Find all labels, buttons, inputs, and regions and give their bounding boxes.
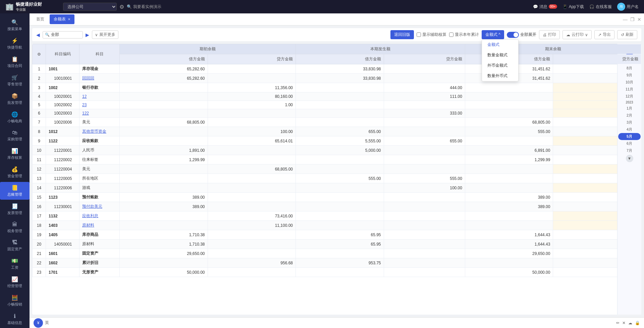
- period-5-active[interactable]: 5月: [618, 133, 641, 140]
- sidebar-item-project[interactable]: 📋 项目合同: [0, 53, 30, 71]
- cell-subject[interactable]: 原材料: [79, 221, 120, 230]
- sidebar-item-ecommerce[interactable]: 🌐 小畅电商: [0, 109, 30, 126]
- edit-icon[interactable]: ✏: [616, 321, 620, 325]
- dropdown-item-qty-amount[interactable]: 数量金额式: [482, 50, 518, 60]
- messages-btn[interactable]: 💬 消息 99+: [533, 4, 557, 10]
- sidebar-item-tax[interactable]: 🏛 税务管理: [0, 219, 30, 236]
- toggle-track[interactable]: [507, 32, 519, 38]
- cloud-icon-bar[interactable]: ☁: [628, 321, 632, 325]
- cell-subject[interactable]: 12: [79, 92, 120, 101]
- period-2[interactable]: 2月: [618, 112, 641, 119]
- cell-subject[interactable]: 预付款美元: [79, 202, 120, 211]
- cell-close-debit: 29,650.00: [465, 249, 553, 258]
- search-input[interactable]: [51, 32, 78, 37]
- sidebar-item-basic-info[interactable]: ℹ 基础信息: [0, 310, 30, 328]
- cell-subject[interactable]: 23: [79, 101, 120, 109]
- demo-link[interactable]: 🔍 我要看实例演示: [127, 4, 161, 10]
- sidebar-item-search[interactable]: 🔍 搜索菜单: [0, 16, 30, 34]
- print-btn[interactable]: 🖨 打印: [539, 30, 560, 39]
- table-row: 81012其他货币资金100.00655.00555.00: [33, 127, 641, 136]
- cell-curr-debit: [296, 101, 384, 109]
- cell-subject[interactable]: 回回回: [79, 74, 120, 83]
- user-avatar[interactable]: 用 用户名: [617, 3, 639, 11]
- period-3[interactable]: 3月: [618, 119, 641, 126]
- sidebar-label-assets: 固定资产: [7, 247, 22, 252]
- sidebar-item-capital[interactable]: 💰 资金管理: [0, 163, 30, 181]
- period-10[interactable]: 10月: [618, 79, 641, 86]
- dropdown-item-qty-foreign[interactable]: 数量外币式: [482, 71, 518, 81]
- subject-link[interactable]: 23: [82, 103, 87, 107]
- nav-right-icon[interactable]: ▶: [86, 32, 89, 38]
- period-11[interactable]: 11月: [618, 86, 641, 93]
- cell-open-debit: [120, 221, 208, 230]
- subject-link[interactable]: 其他货币资金: [82, 129, 106, 134]
- period-9[interactable]: 9月: [618, 72, 641, 79]
- subject-link[interactable]: 原材料: [82, 223, 94, 227]
- close-window-btn[interactable]: ✕: [637, 17, 641, 22]
- refresh-label: 刷新: [626, 32, 634, 38]
- subject-link[interactable]: 应收利息: [82, 213, 98, 218]
- dropdown-item-amount[interactable]: 金额式: [482, 40, 518, 50]
- subject-link[interactable]: 回回回: [82, 76, 94, 80]
- sidebar-label-quick-nav: 快捷导航: [7, 45, 22, 50]
- sidebar-item-operations[interactable]: 📈 经营管理: [0, 273, 30, 291]
- cell-subject[interactable]: 应收利息: [79, 211, 120, 221]
- subject-link[interactable]: 122: [82, 111, 89, 116]
- debit-credit-check[interactable]: [417, 32, 421, 37]
- sidebar-item-assets[interactable]: 🏗 固定资产: [0, 237, 30, 254]
- gear-icon[interactable]: ⚙: [119, 4, 124, 10]
- period-panel: 期间选择 ▲ 2022 8月 9月 10月 11月 12月 2023 1月 2月…: [617, 44, 641, 315]
- cloud-print-btn[interactable]: ☁ 云打印 ∨: [562, 30, 592, 39]
- cell-subject: 固定资产: [79, 249, 120, 258]
- subject-link[interactable]: 预付款美元: [82, 204, 102, 209]
- sidebar-item-quick-nav[interactable]: ⚡ 快捷导航: [0, 35, 30, 53]
- dropdown-item-foreign-amount[interactable]: 外币金额式: [482, 60, 518, 71]
- minimize-btn[interactable]: —: [623, 17, 628, 22]
- cell-curr-credit: [384, 101, 465, 109]
- show-debit-credit-checkbox[interactable]: 显示辅助核算: [417, 32, 446, 38]
- cell-curr-credit: [384, 258, 465, 268]
- sidebar-item-inventory[interactable]: 📊 库存核算: [0, 145, 30, 163]
- cell-subject[interactable]: 122: [79, 109, 120, 118]
- period-4[interactable]: 4月: [618, 126, 641, 133]
- close-icon-bar[interactable]: ✕: [622, 321, 626, 325]
- restore-btn[interactable]: ❐: [630, 17, 635, 22]
- nav-left-icon[interactable]: ◀: [36, 32, 40, 38]
- show-annual-checkbox[interactable]: 显示本年累计: [449, 32, 479, 38]
- currency-btn[interactable]: ¥: [34, 318, 43, 328]
- lang-btn[interactable]: 英: [45, 320, 49, 326]
- tab-balance[interactable]: 余额表 ✕: [50, 14, 74, 24]
- refresh-btn[interactable]: ↺ 刷新: [617, 30, 637, 39]
- return-old-btn[interactable]: 退回旧版: [390, 30, 414, 39]
- period-down-btn[interactable]: ▼: [626, 155, 633, 162]
- period-8[interactable]: 8月: [618, 65, 641, 72]
- sidebar-item-sales-report[interactable]: 🧮 小畅报销: [0, 292, 30, 310]
- amount-mode-btn[interactable]: 金额式 ^: [482, 30, 504, 39]
- subject-link[interactable]: 12: [82, 94, 87, 99]
- tab-home[interactable]: 首页: [32, 14, 48, 24]
- period-1[interactable]: 1月: [618, 105, 641, 112]
- tab-close-icon[interactable]: ✕: [68, 17, 70, 21]
- sidebar-item-retail[interactable]: 🛒 零售管理: [0, 72, 30, 89]
- expand-icon: ∨: [95, 32, 98, 37]
- period-6[interactable]: 6月: [618, 140, 641, 147]
- sidebar-item-invoice[interactable]: 🧾 发票管理: [0, 200, 30, 218]
- table-row: 4100200011280,160.00111.0080,271.00: [33, 92, 641, 101]
- sidebar-item-wholesale[interactable]: 📦 批发管理: [0, 90, 30, 108]
- expand-more-btn[interactable]: ∨ 展开更多: [92, 30, 118, 39]
- col-curr-debit-th: 借方金额: [296, 54, 384, 64]
- sidebar-item-purchase[interactable]: 🛍 采购管理: [0, 127, 30, 144]
- export-btn[interactable]: ↗ 导出: [594, 30, 614, 39]
- cell-curr-credit: [384, 230, 465, 240]
- settings-icon-th[interactable]: ⚙: [37, 52, 41, 57]
- annual-check[interactable]: [449, 32, 453, 37]
- period-7[interactable]: 7月: [618, 147, 641, 154]
- cell-subject[interactable]: 其他货币资金: [79, 127, 120, 136]
- lock-icon-bar[interactable]: 🔒: [635, 321, 640, 325]
- company-select[interactable]: 选择公司: [63, 3, 117, 11]
- period-12[interactable]: 12月: [618, 93, 641, 100]
- sidebar-item-payroll[interactable]: 💵 工资: [0, 255, 30, 273]
- app-download-btn[interactable]: 📱 App下载: [562, 4, 584, 10]
- online-service-btn[interactable]: 🎧 在线客服: [589, 4, 612, 10]
- sidebar-item-ledger[interactable]: 📒 总账管理: [0, 182, 30, 200]
